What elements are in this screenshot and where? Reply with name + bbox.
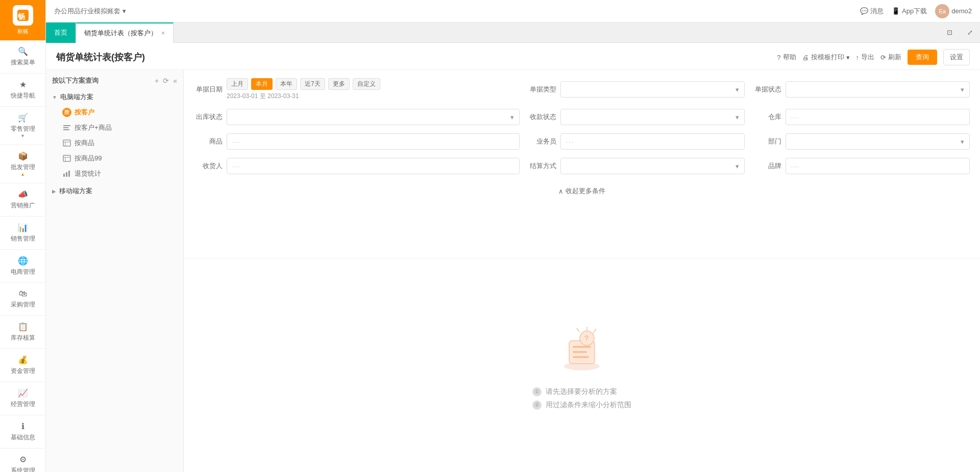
print-button[interactable]: 🖨 按模板打印 ▾ [802, 53, 850, 62]
app-download-button[interactable]: 📱 App下载 [892, 7, 927, 16]
tab-sales-stat[interactable]: 销货单统计表（按客户） × [76, 22, 174, 43]
query-button[interactable]: 查询 [908, 50, 937, 65]
date-range-text: 2023-03-01 至 2023-03-31 [227, 92, 520, 101]
sidebar-item-marketing[interactable]: 📣 营销推广 [0, 183, 46, 217]
sidebar-item-label: 基础信息 [11, 433, 35, 442]
scheme-tree-group-mobile-header[interactable]: ▶ 移动端方案 [50, 183, 179, 199]
filter-product: 商品 ··· [194, 133, 520, 150]
user-menu[interactable]: Ea demo2 [935, 4, 972, 18]
sidebar-item-label: 销售管理 [11, 234, 35, 243]
settlement-select[interactable]: ▾ [560, 158, 745, 174]
date-btn-last-month[interactable]: 上月 [227, 78, 248, 90]
scheme-tree-item-refund-stat[interactable]: 退货统计 [50, 166, 179, 181]
customer-product-icon [62, 123, 71, 132]
sidebar-item-retail[interactable]: 🛒 零售管理 ▼ [0, 107, 46, 145]
marketing-icon: 📣 [18, 190, 28, 199]
svg-rect-8 [63, 155, 70, 161]
chevron-down-icon: ▾ [510, 113, 514, 121]
help-button[interactable]: ? 帮助 [777, 53, 796, 62]
sidebar-item-sales[interactable]: 📊 销售管理 [0, 217, 46, 250]
sidebar-item-operations[interactable]: 📈 经营管理 [0, 382, 46, 415]
recipient-placeholder: ··· [232, 162, 241, 170]
out-status-select[interactable]: ▾ [227, 109, 520, 125]
sidebar-item-ecommerce[interactable]: 🌐 电商管理 [0, 250, 46, 283]
tab-fullscreen-button[interactable]: ⤢ [960, 22, 980, 43]
chevron-down-icon: ▾ [961, 86, 964, 93]
warehouse-label: 仓库 [753, 112, 781, 122]
tip-text-1: 请先选择要分析的方案 [546, 387, 617, 396]
scheme-tree-item-by-customer[interactable]: 按 按客户 [50, 105, 179, 120]
date-btn-this-month[interactable]: 本月 [251, 78, 273, 90]
tab-expand-button[interactable]: ⊡ [939, 22, 960, 43]
dropdown-icon: ▾ [122, 7, 126, 15]
tab-home[interactable]: 首页 [46, 22, 76, 43]
brand-select[interactable]: ··· [786, 158, 970, 174]
scheme-tree-item-by-customer-product[interactable]: 按客户+商品 [50, 120, 179, 135]
filter-date: 单据日期 上月 本月 本年 近7天 更多 自定义 20 [194, 78, 520, 101]
settings-button[interactable]: 设置 [943, 49, 970, 65]
page-header: 销货单统计表(按客户) ? 帮助 🖨 按模板打印 ▾ ↑ 导出 ⟳ 刷新 [46, 43, 980, 70]
collapse-more-button[interactable]: ∧ 收起更多条件 [194, 182, 970, 200]
retail-icon: 🛒 [18, 113, 28, 123]
export-button[interactable]: ↑ 导出 [856, 53, 875, 62]
scheme-tree-item-by-product99[interactable]: 按商品99 [50, 151, 179, 166]
scheme-refresh-button[interactable]: ⟳ [163, 77, 169, 85]
sidebar-item-inventory[interactable]: 📋 库存核算 [0, 316, 46, 349]
sidebar-item-label: 搜索菜单 [11, 58, 35, 67]
date-btn-more[interactable]: 更多 [328, 78, 350, 90]
salesperson-select[interactable]: ··· [560, 133, 745, 150]
empty-state: ? ① 请先选择要分析的方案 ② 用过滤条件来缩小 [184, 259, 980, 472]
tab-close-button[interactable]: × [161, 30, 165, 37]
svg-text:?: ? [584, 334, 589, 342]
sidebar-logo[interactable]: 畅 标账 [0, 0, 46, 40]
info-icon: ℹ [21, 421, 24, 431]
sidebar-item-purchase[interactable]: 🛍 采购管理 [0, 283, 46, 316]
scheme-item-label: 按商品 [75, 138, 94, 148]
date-btn-7days[interactable]: 近7天 [300, 78, 325, 90]
industry-selector[interactable]: 办公用品行业模拟账套 ▾ [54, 7, 126, 16]
warehouse-select[interactable]: ··· [786, 109, 970, 125]
doc-type-select[interactable]: ▾ [560, 81, 745, 98]
date-btn-custom[interactable]: 自定义 [353, 78, 380, 90]
message-button[interactable]: 💬 消息 [860, 7, 884, 16]
scheme-collapse-button[interactable]: « [173, 77, 177, 85]
scheme-add-button[interactable]: + [155, 77, 159, 85]
scheme-tree-group-desktop-header[interactable]: ▼ 电脑端方案 [50, 89, 179, 105]
doc-type-label: 单据类型 [528, 85, 556, 94]
top-header: 办公用品行业模拟账套 ▾ 💬 消息 📱 App下载 Ea demo2 [46, 0, 980, 22]
refund-stat-icon [62, 169, 71, 178]
scheme-tree-item-by-product[interactable]: 按商品 [50, 135, 179, 151]
customer-icon-text: 按 [64, 109, 69, 116]
collapse-up-icon: ∧ [558, 187, 564, 195]
sidebar-item-label: 资金管理 [11, 367, 35, 375]
sidebar-item-label: 系统管理 [11, 466, 35, 472]
sidebar-item-quick-nav[interactable]: ★ 快捷导航 [0, 74, 46, 107]
doc-status-label: 单据状态 [753, 85, 781, 94]
sidebar-item-basic-info[interactable]: ℹ 基础信息 [0, 415, 46, 449]
filter-warehouse: 仓库 ··· [753, 109, 970, 125]
sidebar-item-wholesale[interactable]: 📦 批发管理 ▲ [0, 145, 46, 183]
fullscreen-icon: ⤢ [967, 29, 973, 36]
sidebar-item-finance[interactable]: 💰 资金管理 [0, 349, 46, 382]
sidebar-item-label: 经营管理 [11, 400, 35, 409]
filter-salesperson: 业务员 ··· [528, 133, 745, 150]
department-select[interactable]: ▾ [786, 133, 970, 150]
content-body: 按以下方案查询 + ⟳ « ▼ 电脑端方案 [46, 70, 980, 472]
help-label: 帮助 [783, 53, 796, 62]
chevron-down-icon: ▼ [20, 133, 25, 138]
sidebar-item-system[interactable]: ⚙ 系统管理 [0, 449, 46, 472]
tab-bar: 首页 销货单统计表（按客户） × ⊡ ⤢ [46, 22, 980, 43]
product-placeholder: ··· [232, 138, 241, 146]
sidebar-item-label: 批发管理 [11, 163, 35, 172]
product-select[interactable]: ··· [227, 133, 520, 150]
recipient-label: 收货人 [194, 161, 223, 171]
page-title: 销货单统计表(按客户) [56, 51, 145, 63]
refresh-button[interactable]: ⟳ 刷新 [880, 53, 901, 62]
date-btn-this-year[interactable]: 本年 [276, 78, 297, 90]
industry-label: 办公用品行业模拟账套 [54, 7, 120, 16]
recipient-select[interactable]: ··· [227, 158, 520, 174]
sidebar-item-search-menu[interactable]: 🔍 搜索菜单 [0, 40, 46, 74]
payment-status-select[interactable]: ▾ [560, 109, 745, 125]
doc-status-select[interactable]: ▾ [786, 81, 970, 98]
system-icon: ⚙ [19, 455, 27, 464]
